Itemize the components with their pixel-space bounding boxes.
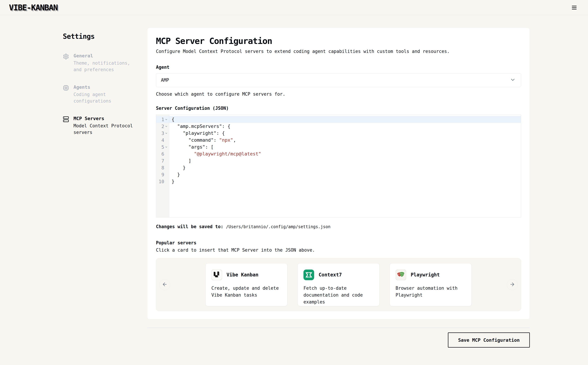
gutter-line-9: 9 [156, 171, 169, 178]
footer-divider [147, 328, 530, 328]
fold-chevron-icon[interactable] [164, 131, 168, 135]
gear-icon [63, 53, 69, 60]
agent-select-value: AMP [161, 77, 169, 83]
server-card-header: Playwright [396, 270, 466, 280]
sidebar-item-label: General [74, 53, 137, 59]
app-logo: VIBE-KANBAN [9, 3, 58, 12]
code-token: "command": [172, 137, 219, 143]
sidebar-item-general[interactable]: GeneralTheme, notifications, and prefere… [63, 53, 147, 73]
line-number: 4 [162, 138, 164, 143]
server-cards-row: Vibe KanbanCreate, update and delete Vib… [205, 263, 472, 306]
vibe-kanban-icon [211, 270, 222, 280]
server-icon [63, 116, 69, 122]
sidebar-item-mcp-servers[interactable]: MCP ServersModel Context Protocol server… [63, 116, 147, 136]
server-card-context7[interactable]: Context7Fetch up-to-date documentation a… [297, 263, 379, 306]
mcp-config-card: MCP Server Configuration Configure Model… [147, 28, 530, 320]
server-card-playwright[interactable]: PlaywrightBrowser automation with Playwr… [390, 263, 472, 306]
editor-gutter: 12345678910 [156, 115, 169, 217]
server-card-description: Fetch up-to-date documentation and code … [304, 285, 373, 306]
code-token: } [172, 172, 180, 177]
save-path-prefix: Changes will be saved to: [156, 224, 223, 229]
line-number: 10 [159, 179, 164, 184]
fold-chevron-icon[interactable] [164, 124, 168, 128]
code-token: } [172, 165, 186, 170]
page-title: MCP Server Configuration [156, 36, 521, 46]
server-card-title: Context7 [319, 272, 342, 278]
gutter-line-1: 1 [156, 116, 169, 123]
code-line-4[interactable]: "command": "npx", [169, 137, 521, 144]
string-token: "@playwright/mcp@latest" [194, 151, 261, 156]
save-mcp-configuration-button[interactable]: Save MCP Configuration [448, 332, 530, 348]
code-line-10[interactable]: } [169, 178, 521, 185]
save-path-value: /Users/britannio/.config/amp/settings.js… [226, 224, 331, 229]
json-code-editor[interactable]: 12345678910 { "amp.mcpServers": { "playw… [156, 115, 521, 218]
popular-servers-label: Popular servers [156, 240, 521, 246]
server-card-header: Vibe Kanban [211, 270, 281, 280]
server-carousel: Vibe KanbanCreate, update and delete Vib… [156, 258, 521, 311]
string-token: "npx" [219, 137, 233, 143]
arrow-right-icon [509, 281, 515, 288]
fold-chevron-icon[interactable] [164, 117, 168, 121]
line-number: 7 [162, 158, 164, 163]
agent-select[interactable]: AMP [156, 73, 521, 87]
gutter-line-8: 8 [156, 164, 169, 171]
footer-row: Save MCP Configuration [147, 332, 530, 348]
line-number: 8 [162, 165, 164, 170]
server-card-title: Playwright [411, 272, 440, 278]
carousel-next-button[interactable] [507, 279, 518, 290]
sidebar-item-description: Model Context Protocol servers [74, 123, 137, 136]
code-token: "args": [ [172, 144, 214, 150]
sidebar-item-texts: GeneralTheme, notifications, and prefere… [74, 53, 137, 73]
line-number: 3 [162, 131, 164, 136]
line-number: 6 [162, 151, 164, 157]
save-path-note: Changes will be saved to: /Users/britann… [156, 224, 521, 229]
carousel-prev-button[interactable] [159, 279, 170, 290]
line-number: 1 [162, 117, 164, 122]
sidebar-item-label: Agents [74, 84, 137, 90]
server-card-vibe-kanban[interactable]: Vibe KanbanCreate, update and delete Vib… [205, 263, 287, 306]
code-token: "amp.mcpServers": { [172, 124, 230, 129]
code-token: , [233, 137, 236, 143]
code-line-8[interactable]: } [169, 164, 521, 171]
sidebar-title: Settings [63, 32, 147, 40]
arrow-left-icon [162, 281, 168, 288]
gutter-line-5: 5 [156, 144, 169, 150]
code-line-6[interactable]: "@playwright/mcp@latest" [169, 150, 521, 157]
sidebar-item-agents[interactable]: AgentsCoding agent configurations [63, 84, 147, 105]
agent-help-text: Choose which agent to configure MCP serv… [156, 91, 521, 97]
fold-chevron-icon[interactable] [164, 145, 168, 149]
gutter-line-10: 10 [156, 178, 169, 185]
code-line-7[interactable]: ] [169, 157, 521, 164]
sidebar-item-texts: MCP ServersModel Context Protocol server… [74, 116, 137, 136]
line-number: 2 [162, 124, 164, 129]
sidebar-item-description: Coding agent configurations [74, 91, 137, 104]
agent-section: Agent AMP Choose which agent to configur… [156, 65, 521, 97]
page-layout: Settings GeneralTheme, notifications, an… [0, 15, 588, 348]
editor-code-area[interactable]: { "amp.mcpServers": { "playwright": { "c… [169, 115, 521, 217]
gutter-line-7: 7 [156, 157, 169, 164]
code-line-5[interactable]: "args": [ [169, 144, 521, 150]
main-column: MCP Server Configuration Configure Model… [147, 28, 530, 348]
code-line-3[interactable]: "playwright": { [169, 130, 521, 137]
gutter-line-6: 6 [156, 150, 169, 157]
popular-servers-section: Popular servers Click a card to insert t… [156, 240, 521, 311]
code-token: { [172, 117, 174, 122]
hamburger-menu-icon[interactable] [569, 3, 579, 12]
sidebar-item-label: MCP Servers [74, 116, 137, 121]
line-number: 9 [162, 172, 164, 177]
code-line-9[interactable]: } [169, 171, 521, 178]
code-line-2[interactable]: "amp.mcpServers": { [169, 123, 521, 130]
sidebar-item-description: Theme, notifications, and preferences [74, 60, 137, 73]
agent-label: Agent [156, 65, 521, 70]
context7-icon [304, 270, 314, 280]
settings-sidebar: Settings GeneralTheme, notifications, an… [63, 28, 147, 348]
page-subtitle: Configure Model Context Protocol servers… [156, 49, 521, 54]
json-editor-label: Server Configuration (JSON) [156, 106, 521, 111]
popular-servers-help: Click a card to insert that MCP Server i… [156, 247, 521, 253]
code-token [172, 151, 194, 156]
code-line-1[interactable]: { [169, 116, 521, 123]
gutter-line-2: 2 [156, 123, 169, 130]
gutter-line-3: 3 [156, 130, 169, 137]
sidebar-item-texts: AgentsCoding agent configurations [74, 84, 137, 105]
settings-nav: GeneralTheme, notifications, and prefere… [63, 53, 147, 136]
